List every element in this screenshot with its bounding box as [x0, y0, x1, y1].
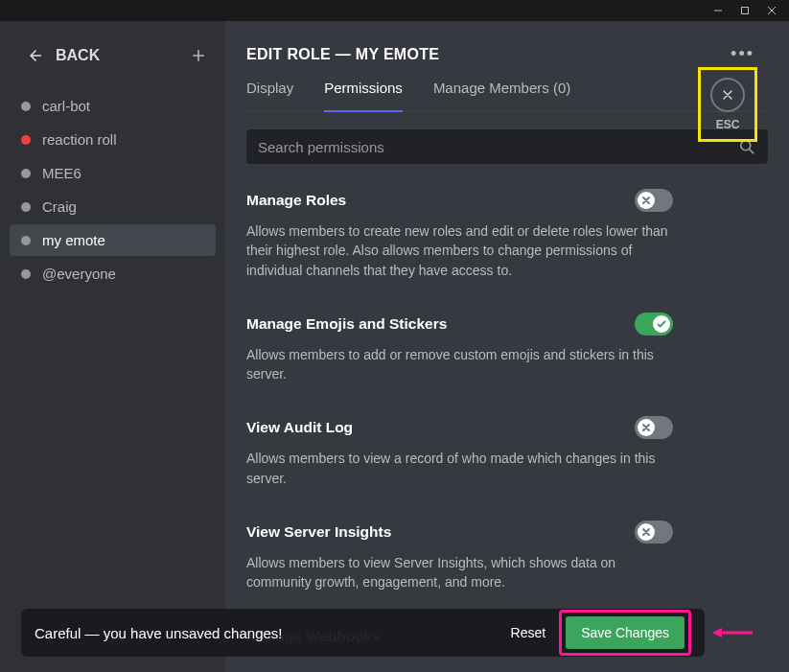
- role-color-dot: [21, 169, 31, 178]
- window-maximize-button[interactable]: [731, 1, 758, 20]
- role-label: MEE6: [42, 165, 81, 181]
- role-label: @everyone: [42, 266, 116, 282]
- permission-title: Manage Roles: [246, 192, 346, 209]
- permission-toggle[interactable]: [635, 521, 673, 544]
- role-label: Craig: [42, 198, 77, 215]
- permission-title: Manage Emojis and Stickers: [246, 315, 447, 333]
- tab[interactable]: Permissions: [324, 80, 403, 111]
- tab[interactable]: Manage Members (0): [433, 80, 570, 111]
- permission-description: Allows members to view a record of who m…: [246, 449, 673, 488]
- sidebar-role-item[interactable]: MEE6: [10, 157, 216, 189]
- close-settings-button[interactable]: [710, 78, 745, 112]
- page-title: EDIT ROLE — MY EMOTE: [246, 46, 439, 63]
- permission-title: View Audit Log: [246, 419, 353, 436]
- reset-button[interactable]: Reset: [498, 617, 560, 648]
- permission-item: Manage Emojis and StickersAllows members…: [246, 313, 673, 384]
- unsaved-changes-bar: Careful — you have unsaved changes! Rese…: [21, 609, 705, 657]
- permission-toggle[interactable]: [635, 416, 673, 439]
- save-highlight-box: Save Changes: [559, 610, 691, 656]
- svg-line-5: [750, 150, 754, 153]
- unsaved-changes-text: Careful — you have unsaved changes!: [35, 625, 498, 641]
- permission-description: Allows members to add or remove custom e…: [246, 345, 673, 384]
- svg-marker-7: [712, 628, 722, 637]
- window-minimize-button[interactable]: [705, 1, 731, 20]
- permission-item: View Audit LogAllows members to view a r…: [246, 416, 673, 488]
- more-options-button[interactable]: •••: [731, 44, 754, 64]
- arrow-annotation-icon: [712, 626, 753, 639]
- permission-toggle[interactable]: [635, 313, 673, 336]
- permission-toggle[interactable]: [635, 189, 673, 212]
- esc-label: ESC: [716, 118, 740, 131]
- close-icon: [720, 87, 735, 103]
- role-label: carl-bot: [42, 98, 90, 114]
- arrow-left-icon: [27, 47, 44, 64]
- permission-item: View Server InsightsAllows members to vi…: [246, 521, 673, 592]
- search-input[interactable]: [258, 139, 737, 155]
- back-button[interactable]: BACK: [27, 47, 100, 64]
- sidebar-role-item[interactable]: @everyone: [10, 258, 216, 290]
- role-color-dot: [21, 202, 31, 212]
- role-label: my emote: [42, 232, 105, 248]
- window-close-button[interactable]: [758, 1, 785, 20]
- close-highlight-box: ESC: [698, 67, 757, 142]
- sidebar-role-item[interactable]: my emote: [10, 224, 216, 256]
- sidebar-role-item[interactable]: Craig: [10, 191, 216, 222]
- sidebar-role-item[interactable]: reaction roll: [10, 124, 216, 155]
- permission-description: Allows members to view Server Insights, …: [246, 553, 673, 592]
- role-label: reaction roll: [42, 131, 117, 148]
- role-color-dot: [21, 135, 31, 145]
- sidebar-role-item[interactable]: carl-bot: [10, 90, 216, 122]
- add-role-button[interactable]: [189, 46, 208, 65]
- x-icon: [638, 192, 655, 209]
- plus-icon: [190, 47, 207, 64]
- role-color-dot: [21, 236, 31, 245]
- role-color-dot: [21, 102, 31, 111]
- role-color-dot: [21, 269, 31, 279]
- permission-title: View Server Insights: [246, 523, 391, 541]
- x-icon: [638, 419, 655, 436]
- permission-description: Allows members to create new roles and e…: [246, 221, 673, 280]
- save-changes-button[interactable]: Save Changes: [566, 616, 685, 649]
- check-icon: [653, 315, 670, 333]
- svg-rect-1: [742, 8, 749, 14]
- x-icon: [638, 523, 655, 541]
- permission-item: Manage RolesAllows members to create new…: [246, 189, 673, 280]
- tab[interactable]: Display: [246, 80, 293, 111]
- back-label: BACK: [56, 47, 100, 64]
